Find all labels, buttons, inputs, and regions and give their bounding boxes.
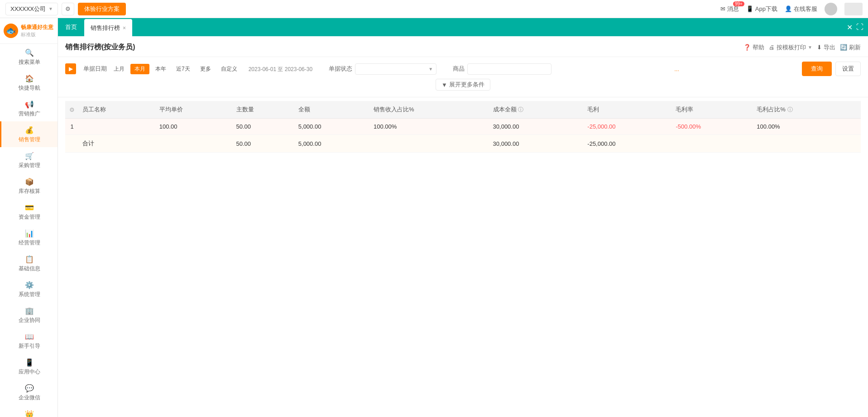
settings-button[interactable]: 设置: [835, 62, 861, 76]
sidebar-item-guide[interactable]: 📖 新手引导: [0, 328, 58, 354]
export-button[interactable]: ⬇ 导出: [817, 43, 835, 52]
arrow-icon: ▶: [69, 66, 73, 72]
content-area: 首页 销售排行榜 × ✕ ⛶ 销售排行榜(按业务员) ❓: [58, 18, 868, 417]
tf-profit-pct: [753, 135, 861, 153]
system-icon: ⚙️: [25, 281, 34, 289]
sidebar-item-label: 企业微信: [19, 394, 40, 402]
goods-input[interactable]: [467, 63, 551, 75]
td-main-qty: 50.00: [233, 119, 295, 135]
basic-info-icon: 📋: [25, 255, 34, 264]
page-header: 销售排行榜(按业务员) ❓ 帮助 🖨 按模板打印 ▼ ⬇: [58, 36, 868, 57]
query-button[interactable]: 查询: [802, 62, 832, 76]
filter-expand-arrow[interactable]: ▶: [65, 63, 76, 74]
trial-button[interactable]: 体验行业方案: [78, 3, 126, 15]
finance-icon: 💳: [25, 203, 34, 212]
tf-profit-rate: [672, 135, 753, 153]
status-select[interactable]: [355, 63, 436, 75]
sidebar-item-operations[interactable]: 📊 经营管理: [0, 225, 58, 250]
date-range-text: 2023-06-01 至 2023-06-30: [249, 66, 312, 73]
sidebar-item-enterprise[interactable]: 🏢 企业协同: [0, 302, 58, 328]
sidebar-item-inventory[interactable]: 📦 库存核算: [0, 173, 58, 199]
th-profit: 毛利: [584, 101, 672, 119]
th-main-qty: 主数量: [233, 101, 295, 119]
sidebar-item-label: 销售管理: [19, 136, 40, 144]
sidebar-item-marketing[interactable]: 📢 营销推广: [0, 96, 58, 121]
sidebar-item-system[interactable]: ⚙️ 系统管理: [0, 276, 58, 302]
online-service-button[interactable]: 👤 在线客服: [785, 5, 817, 13]
message-badge: 99+: [733, 1, 744, 6]
top-bar-right: ✉ 消息 99+ 📱 App下载 👤 在线客服: [720, 3, 863, 15]
sidebar-item-member[interactable]: 👑 畅会员: [0, 405, 58, 417]
sidebar-item-basic-info[interactable]: 📋 基础信息: [0, 250, 58, 276]
sidebar-item-label: 系统管理: [19, 291, 40, 298]
sidebar-item-purchase[interactable]: 🛒 采购管理: [0, 147, 58, 173]
td-sales-pct: 100.00%: [370, 119, 489, 135]
profit-pct-info-icon[interactable]: ⓘ: [787, 106, 793, 113]
sidebar-item-label: 应用中心: [19, 368, 40, 376]
print-dropdown-icon: ▼: [808, 45, 812, 50]
expand-down-icon: ▼: [441, 81, 447, 88]
date-btn-current-month[interactable]: 本月: [130, 64, 149, 74]
sidebar-item-app-center[interactable]: 📱 应用中心: [0, 354, 58, 379]
column-settings-icon[interactable]: ⚙: [69, 106, 75, 113]
tab-close-all-icon[interactable]: ✕: [847, 23, 853, 32]
avatar[interactable]: [825, 3, 837, 15]
action-buttons: 查询 设置: [802, 62, 861, 76]
tf-label: 合计: [79, 135, 156, 153]
company-selector[interactable]: XXXXXX公司 ▼: [5, 3, 58, 15]
purchase-icon: 🛒: [25, 152, 34, 160]
more-filters-button[interactable]: ...: [674, 66, 679, 72]
date-btn-custom[interactable]: 自定义: [217, 64, 241, 74]
settings-icon[interactable]: ⚙: [62, 3, 74, 15]
top-bar: XXXXXX公司 ▼ ⚙ 体验行业方案 ✉ 消息 99+ 📱 App下载 👤 在…: [0, 0, 868, 18]
th-settings: ⚙: [65, 101, 79, 119]
cost-info-icon[interactable]: ⓘ: [518, 106, 523, 113]
logo-icon: 🐟: [4, 24, 18, 38]
sidebar-item-search[interactable]: 🔍 搜索菜单: [0, 44, 58, 70]
td-employee: [79, 119, 156, 135]
print-button[interactable]: 🖨 按模板打印 ▼: [769, 43, 812, 52]
logo-area: 🐟 畅康通好生意 标准版: [0, 18, 58, 44]
expand-row: ▼ 展开更多条件: [65, 76, 861, 92]
sidebar-item-finance[interactable]: 💳 资金管理: [0, 199, 58, 225]
td-avg-price: 100.00: [156, 119, 233, 135]
sidebar-item-quick-nav[interactable]: 🏠 快捷导航: [0, 70, 58, 96]
expand-conditions-button[interactable]: ▼ 展开更多条件: [436, 79, 490, 91]
tf-empty: [65, 135, 79, 153]
td-rank: 1: [65, 119, 79, 135]
app-download-button[interactable]: 📱 App下载: [746, 5, 777, 13]
date-btn-current-year[interactable]: 本年: [151, 64, 170, 74]
help-button[interactable]: ❓ 帮助: [743, 43, 764, 52]
td-profit: -25,000.00: [584, 119, 672, 135]
guide-icon: 📖: [25, 332, 34, 341]
sidebar-item-label: 搜索菜单: [19, 58, 40, 66]
sidebar-item-wechat[interactable]: 💬 企业微信: [0, 379, 58, 405]
sidebar-item-sales[interactable]: 💰 销售管理: [0, 121, 58, 147]
search-icon: 🔍: [25, 48, 34, 57]
status-filter: 单据状态: [329, 63, 436, 75]
th-profit-pct: 毛利占比% ⓘ: [753, 101, 861, 119]
operations-icon: 📊: [25, 229, 34, 238]
date-btn-more[interactable]: 更多: [196, 64, 215, 74]
date-btn-7days[interactable]: 近7天: [172, 64, 194, 74]
sidebar-item-label: 基础信息: [19, 265, 40, 273]
tab-home[interactable]: 首页: [58, 18, 84, 36]
tab-close-icon[interactable]: ×: [123, 25, 126, 31]
print-icon: 🖨: [769, 44, 775, 51]
table-footer-row: 合计 50.00 5,000.00 30,000.00 -25,000.00: [65, 135, 861, 153]
top-bar-left: XXXXXX公司 ▼ ⚙ 体验行业方案: [5, 3, 126, 15]
sidebar-item-label: 库存核算: [19, 187, 40, 195]
help-icon: ❓: [743, 44, 751, 51]
marketing-icon: 📢: [25, 100, 34, 109]
tf-cost-total: 30,000.00: [489, 135, 584, 153]
tab-fullscreen-icon[interactable]: ⛶: [856, 23, 863, 31]
filter-area: ▶ 单据日期 上月 本月 本年 近7天 更多 自定义: [58, 57, 868, 97]
message-button[interactable]: ✉ 消息 99+: [720, 5, 739, 13]
date-btn-prev-month[interactable]: 上月: [110, 64, 129, 74]
page-inner: 销售排行榜(按业务员) ❓ 帮助 🖨 按模板打印 ▼ ⬇: [58, 36, 868, 417]
sidebar-item-label: 采购管理: [19, 162, 40, 169]
refresh-button[interactable]: 🔄 刷新: [840, 43, 861, 52]
inventory-icon: 📦: [25, 177, 34, 186]
tab-sales-ranking[interactable]: 销售排行榜 ×: [84, 19, 132, 37]
header-actions: ❓ 帮助 🖨 按模板打印 ▼ ⬇ 导出 🔄: [743, 43, 861, 52]
